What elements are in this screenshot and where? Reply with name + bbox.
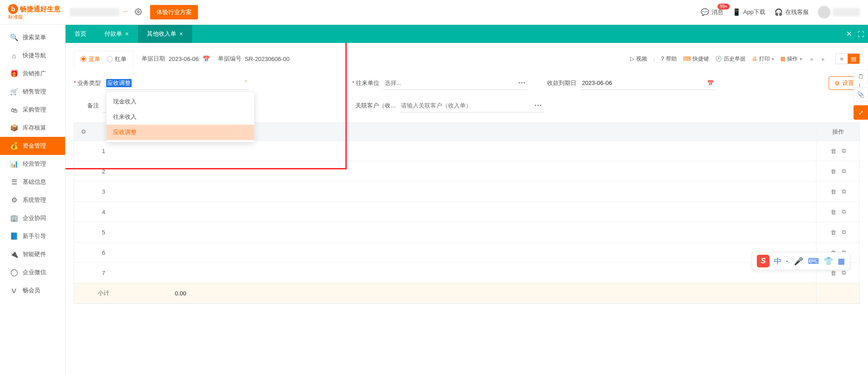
calendar-icon[interactable]: 📅 <box>707 80 714 86</box>
chevron-down-icon: ▾ <box>772 56 774 61</box>
delete-icon[interactable]: 🗑 <box>830 188 836 195</box>
app-download-link[interactable]: 📱 App下载 <box>732 8 765 16</box>
sidebar-item-operations[interactable]: 📊经营管理 <box>0 155 65 173</box>
tab-payment[interactable]: 付款单✕ <box>95 25 138 43</box>
row-op-cell: 🗑⧉ <box>816 141 859 161</box>
delete-icon[interactable]: 🗑 <box>830 229 836 236</box>
more-icon[interactable]: ••• <box>518 79 526 86</box>
table-row[interactable]: 5🗑⧉ <box>74 222 859 243</box>
tab-label: 付款单 <box>104 30 122 38</box>
close-all-icon[interactable]: ✕ <box>846 30 852 38</box>
tab-home[interactable]: 首页 <box>66 25 95 43</box>
tool-video[interactable]: ▷视频 <box>630 55 647 63</box>
copy-icon[interactable]: ⧉ <box>842 269 846 276</box>
tool-ops[interactable]: ▦操作▾ <box>780 55 802 63</box>
tool-help[interactable]: ?帮助 <box>661 55 677 63</box>
link-customer-input[interactable]: ••• <box>399 99 544 112</box>
party-input-text[interactable] <box>385 79 526 86</box>
dropdown-option[interactable]: 应收调整 <box>107 125 254 140</box>
table-row[interactable]: 1🗑⧉ <box>74 141 859 161</box>
delete-icon[interactable]: 🗑 <box>830 270 836 276</box>
calendar-icon[interactable]: 📅 <box>203 56 210 62</box>
sidebar-item-wecom[interactable]: ◯企业微信 <box>0 263 65 281</box>
chevron-up-icon[interactable]: ˄ <box>245 80 247 86</box>
view-list-icon[interactable]: ≡ <box>836 54 848 64</box>
messages-link[interactable]: 💬 消息 99+ <box>701 8 723 16</box>
more-icon[interactable]: ••• <box>534 102 542 109</box>
sidebar-item-marketing[interactable]: 🎁营销推广 <box>0 65 65 83</box>
sidebar-item-hardware[interactable]: 🔌智能硬件 <box>0 245 65 263</box>
ime-punct-icon[interactable]: •, <box>786 258 789 264</box>
delete-icon[interactable]: 🗑 <box>830 148 836 154</box>
account-dropdown[interactable]: ﹀ <box>70 8 128 16</box>
delete-icon[interactable]: 🗑 <box>830 168 836 175</box>
sidebar-item-basic-info[interactable]: ☰基础信息 <box>0 173 65 191</box>
radio-dot-icon <box>107 56 113 62</box>
fullscreen-icon[interactable]: ⛶ <box>858 30 864 38</box>
prev-icon[interactable]: ◂ <box>808 56 814 62</box>
sidebar-item-system[interactable]: ⚙系统管理 <box>0 191 65 209</box>
cta-button[interactable]: 体验行业方案 <box>150 5 198 19</box>
sidebar-item-inventory[interactable]: 📦库存核算 <box>0 119 65 137</box>
sidebar-item-collab[interactable]: 🏢企业协同 <box>0 209 65 227</box>
sidebar-item-member[interactable]: V畅会员 <box>0 281 65 299</box>
biz-type-input[interactable]: 应收调整 ˄ <box>104 76 249 90</box>
tab-other-income[interactable]: 其他收入单✕ <box>138 25 192 43</box>
due-date-input[interactable]: 2023-06-06 📅 <box>580 76 716 90</box>
sidebar-item-quick-nav[interactable]: ⌂快捷导航 <box>0 47 65 65</box>
copy-icon[interactable]: ⧉ <box>842 188 846 195</box>
ime-lang[interactable]: 中 <box>774 256 782 266</box>
tool-hotkey[interactable]: ⌨快捷键 <box>683 55 709 63</box>
chat-icon: 💬 <box>701 8 709 16</box>
copy-icon[interactable]: ⧉ <box>842 168 846 175</box>
rail-note-icon[interactable]: 🗒 <box>854 69 868 84</box>
tool-print[interactable]: 🖨打印▾ <box>752 55 774 63</box>
user-menu[interactable] <box>818 6 860 19</box>
close-icon[interactable]: ✕ <box>179 31 183 37</box>
close-icon[interactable]: ✕ <box>125 31 129 37</box>
gear-icon[interactable] <box>135 8 142 17</box>
copy-icon[interactable]: ⧉ <box>842 147 846 154</box>
rail-expand-icon[interactable]: ⤢ <box>854 105 868 120</box>
ime-grid-icon[interactable]: ▦ <box>838 257 845 266</box>
th-operation: 操作 <box>816 128 859 136</box>
toolbar: ▷视频 | ?帮助 ⌨快捷键 🕑历史单据 🖨打印▾ ▦操作▾ ◂ ▸ ≡ ▤ <box>630 53 860 64</box>
doc-date-value[interactable]: 2023-06-06 <box>169 56 199 62</box>
brand-mark: b <box>8 4 18 14</box>
doc-color-radio-group: 蓝单 红单 <box>74 51 133 67</box>
table-settings-icon[interactable]: ⚙ <box>74 128 93 135</box>
radio-blue[interactable]: 蓝单 <box>80 55 100 63</box>
sidebar-item-funds[interactable]: 💰资金管理 <box>0 137 65 155</box>
table-row[interactable]: 2🗑⧉ <box>74 161 859 182</box>
delete-icon[interactable]: 🗑 <box>830 209 836 215</box>
support-link[interactable]: 🎧 在线客服 <box>774 8 809 16</box>
tool-history[interactable]: 🕑历史单据 <box>715 55 745 63</box>
table-row[interactable]: 3🗑⧉ <box>74 182 859 202</box>
ime-skin-icon[interactable]: 👕 <box>824 257 833 266</box>
sidebar-item-purchase[interactable]: 🛍采购管理 <box>0 101 65 119</box>
rail-attach-icon[interactable]: 📎 <box>854 87 868 102</box>
copy-icon[interactable]: ⧉ <box>842 229 846 236</box>
dropdown-option[interactable]: 往来收入 <box>107 109 254 125</box>
link-customer-input-text[interactable] <box>401 102 542 109</box>
copy-icon[interactable]: ⧉ <box>842 208 846 215</box>
next-icon[interactable]: ▸ <box>821 56 826 62</box>
party-input[interactable]: ••• <box>383 76 528 90</box>
ime-floating-bar[interactable]: S 中 •, 🎤 ⌨ 👕 ▦ <box>752 252 850 270</box>
dropdown-option[interactable]: 现金收入 <box>107 94 254 109</box>
view-form-icon[interactable]: ▤ <box>848 54 859 64</box>
ime-keyboard-icon[interactable]: ⌨ <box>808 257 819 266</box>
sidebar-item-search-menu[interactable]: 🔍搜索菜单 <box>0 28 65 47</box>
sidebar-item-guide[interactable]: 📘新手引导 <box>0 227 65 245</box>
doc-date-field: 单据日期 2023-06-06 📅 <box>142 55 210 63</box>
box-icon: 📦 <box>10 124 18 132</box>
biz-type-value: 应收调整 <box>106 79 132 87</box>
ime-mic-icon[interactable]: 🎤 <box>794 257 803 266</box>
sidebar-item-label: 采购管理 <box>23 106 46 114</box>
biz-type-field: *业务类型 应收调整 ˄ 现金收入 往来收入 应收调整 <box>74 76 249 90</box>
sidebar-item-sales[interactable]: 🛒销售管理 <box>0 83 65 101</box>
table-row[interactable]: 6🗑⧉ <box>74 243 859 263</box>
radio-red[interactable]: 红单 <box>107 55 127 63</box>
table-row[interactable]: 7🗑⧉ <box>74 263 859 283</box>
table-row[interactable]: 4🗑⧉ <box>74 202 859 222</box>
